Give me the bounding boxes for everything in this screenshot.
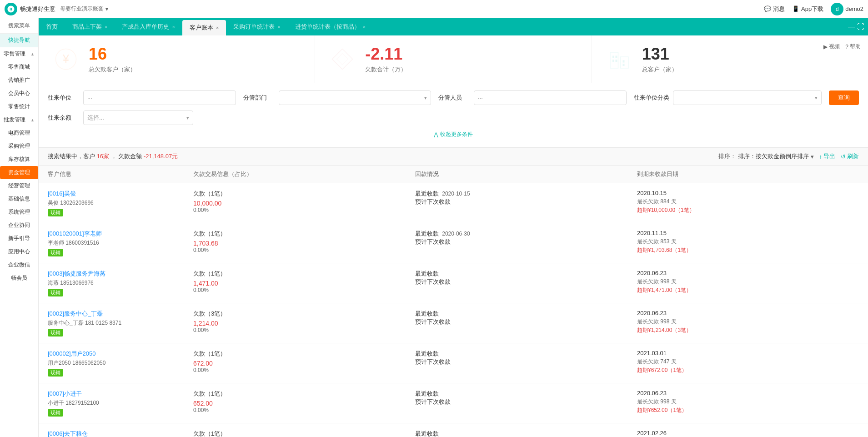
stat-actions: ▶ 视频 ? 帮助 xyxy=(823,43,861,50)
filter-row-1: 往来单位 ··· 分管部门 ▾ xyxy=(48,90,859,105)
sidebar-items: 零售管理▲ 零售商城 营销推广 会员中心 零售统计 批发管理▲ xyxy=(0,47,38,437)
dept-select[interactable]: ▾ xyxy=(279,90,431,105)
tab-bar: 首页 商品上下架 × 产成品入库单历史 × 客户账本 × 采购订单统计表 × xyxy=(39,18,868,35)
refresh-btn[interactable]: ↺ 刷新 xyxy=(841,152,859,161)
results-actions: 排序： 排序：按欠款金额倒序排序 ▾ ↑ 导出 ↺ 刷新 xyxy=(718,152,859,161)
tab-product-shelf[interactable]: 商品上下架 × xyxy=(65,18,115,35)
debt-info-1: 欠款（1笔） 10,000.00 0.00% xyxy=(193,190,415,213)
message-btn[interactable]: 💬 消息 xyxy=(764,5,785,13)
svg-rect-9 xyxy=(615,60,617,62)
customer-name-1[interactable]: [0016]吴俊 xyxy=(48,190,193,198)
svg-rect-10 xyxy=(622,60,624,63)
sidebar-item-retail-stats[interactable]: 零售统计 xyxy=(0,100,38,113)
logo-icon xyxy=(5,3,17,15)
balance-select-arrow: ▾ xyxy=(186,115,189,121)
sidebar-item-finance[interactable]: 资金管理 xyxy=(0,166,38,179)
customer-name-2[interactable]: [0001020001]李老师 xyxy=(48,230,193,238)
customer-info-2: [0001020001]李老师 李老师 18600391516 现销 xyxy=(48,230,193,256)
svg-rect-6 xyxy=(612,56,614,58)
stat-content-2: -2.11 欠款合计（万） xyxy=(365,45,577,74)
stat-card-customers: ¥ 16 总欠款客户（家） xyxy=(39,35,315,83)
tab-purchase-order[interactable]: 采购订单统计表 × xyxy=(226,18,287,35)
sidebar-item-enterprise-collab[interactable]: 企业协同 xyxy=(0,219,38,232)
tab-close-product-shelf[interactable]: × xyxy=(105,24,107,30)
search-button[interactable]: 查询 xyxy=(829,90,859,105)
sidebar-item-marketing[interactable]: 营销推广 xyxy=(0,74,38,87)
tab-close-purchase-order[interactable]: × xyxy=(277,24,280,30)
tab-expand-btn[interactable]: ⛶ xyxy=(857,23,864,31)
col-header-customer: 客户信息 xyxy=(48,170,193,178)
sidebar-item-system[interactable]: 系统管理 xyxy=(0,206,38,219)
sidebar-item-enterprise-wechat[interactable]: 企业微信 xyxy=(0,258,38,271)
collection-info-7: 最近收款 预计下次收款 xyxy=(415,430,637,437)
sidebar-item-inventory[interactable]: 库存核算 xyxy=(0,153,38,166)
filter-customer-unit: 往来单位 ··· xyxy=(48,90,236,105)
due-info-6: 2020.06.23 最长欠款 998 天 超期¥652.00（1笔） xyxy=(637,390,859,414)
tab-product-history[interactable]: 产成品入库单历史 × xyxy=(115,18,182,35)
due-info-2: 2020.11.15 最长欠款 853 天 超期¥1,703.68（1笔） xyxy=(637,230,859,254)
app-download-btn[interactable]: 📱 App下载 xyxy=(792,5,823,13)
svg-rect-11 xyxy=(622,64,624,66)
tab-close-product-history[interactable]: × xyxy=(172,24,175,30)
help-btn[interactable]: ? 帮助 xyxy=(845,43,861,50)
sidebar-item-vip-member[interactable]: 畅会员 xyxy=(0,271,38,285)
tab-close-inventory-stats[interactable]: × xyxy=(363,24,366,30)
collection-info-1: 最近收款 2020-10-15 预计下次收款 xyxy=(415,190,637,206)
sidebar-item-app-center[interactable]: 应用中心 xyxy=(0,245,38,258)
collection-info-6: 最近收款 预计下次收款 xyxy=(415,390,637,406)
stat-label-customers: 总欠款客户（家） xyxy=(89,65,301,74)
sidebar-item-basic-info[interactable]: 基础信息 xyxy=(0,192,38,206)
quick-nav-btn[interactable]: 快捷导航 xyxy=(0,34,38,47)
svg-rect-8 xyxy=(612,60,614,62)
customer-info-6: [0007]小进干 小进干 18279152100 现销 xyxy=(48,390,193,417)
tab-close-customer-account[interactable]: × xyxy=(216,25,219,30)
stat-content-3: 131 总客户（家） xyxy=(642,45,854,74)
customer-unit-input[interactable]: ··· xyxy=(83,90,236,105)
customer-info-3: [0003]畅捷服务尹海蒸 海蒸 18513066976 现销 xyxy=(48,270,193,296)
user-menu[interactable]: d demo2 xyxy=(831,3,863,15)
sidebar-item-member[interactable]: 会员中心 xyxy=(0,87,38,100)
collapse-area: ⋀ 收起更多条件 xyxy=(48,129,859,140)
tab-home[interactable]: 首页 xyxy=(39,18,65,35)
balance-select[interactable]: 选择... ▾ xyxy=(83,111,193,125)
table-row: [0006]去下粮仓 陈小帅 现销 欠款（1笔） 455.90 0.00% 最近… xyxy=(39,423,868,437)
sidebar-item-retail-mgmt[interactable]: 零售管理▲ xyxy=(0,47,38,60)
stat-label-total: 总客户（家） xyxy=(642,65,854,74)
sidebar-search[interactable]: 搜索菜单 xyxy=(0,18,38,34)
stat-icon-building xyxy=(606,45,633,73)
category-select[interactable]: ▾ xyxy=(673,90,822,105)
avatar: d xyxy=(831,3,843,15)
sort-select[interactable]: 排序： 排序：按欠款金额倒序排序 ▾ xyxy=(718,152,814,161)
sidebar-item-new-guide[interactable]: 新手引导 xyxy=(0,232,38,245)
svg-marker-2 xyxy=(332,49,353,70)
tab-customer-account[interactable]: 客户账本 × xyxy=(182,20,226,35)
sidebar-item-retail-store[interactable]: 零售商城 xyxy=(0,60,38,74)
sidebar-item-batch-mgmt[interactable]: 批发管理▲ xyxy=(0,113,38,126)
tab-collapse-btn[interactable]: — xyxy=(848,23,855,31)
debt-info-6: 欠款（1笔） 652.00 0.00% xyxy=(193,390,415,413)
video-btn[interactable]: ▶ 视频 xyxy=(823,43,840,50)
manager-input[interactable]: ··· xyxy=(474,90,627,105)
table-row: [0002]服务中心_丁磊 服务中心_丁磊 181 0125 8371 现销 欠… xyxy=(39,303,868,343)
stat-label-debt: 欠款合计（万） xyxy=(365,65,577,74)
col-header-due: 到期未收款日期 xyxy=(637,170,859,178)
tab-inventory-stats[interactable]: 进货单统计表（按商品） × xyxy=(288,18,373,35)
due-info-1: 2020.10.15 最长欠款 884 天 超期¥10,000.00（1笔） xyxy=(637,190,859,214)
top-bar: 畅捷通好生意 母婴行业演示账套 ▾ 💬 消息 📱 App下载 d demo2 xyxy=(0,0,868,18)
store-selector[interactable]: 母婴行业演示账套 ▾ xyxy=(60,5,108,13)
export-btn[interactable]: ↑ 导出 xyxy=(819,152,836,161)
manager-label: 分管人员 xyxy=(438,94,470,102)
table-row: [0007]小进干 小进干 18279152100 现销 欠款（1笔） 652.… xyxy=(39,383,868,423)
col-header-collection: 回款情况 xyxy=(415,170,637,178)
sidebar-item-purchase[interactable]: 采购管理 xyxy=(0,140,38,153)
collapse-btn[interactable]: ⋀ 收起更多条件 xyxy=(48,129,859,140)
filter-category: 往来单位分类 ▾ xyxy=(634,90,822,105)
due-info-7: 2021.02.26 最长欠款 750 天 超期¥455.90（1笔） xyxy=(637,430,859,437)
sidebar-item-operations[interactable]: 经营管理 xyxy=(0,179,38,192)
tab-bar-end: — ⛶ xyxy=(848,23,868,31)
table-row: [000002]用户2050 用户2050 18665062050 现销 欠款（… xyxy=(39,343,868,383)
sidebar-item-ecommerce[interactable]: 电商管理 xyxy=(0,126,38,140)
dept-select-arrow: ▾ xyxy=(424,95,427,101)
due-info-4: 2020.06.23 最长欠款 998 天 超期¥1,214.00（3笔） xyxy=(637,310,859,334)
customer-tag-1: 现销 xyxy=(48,209,63,216)
